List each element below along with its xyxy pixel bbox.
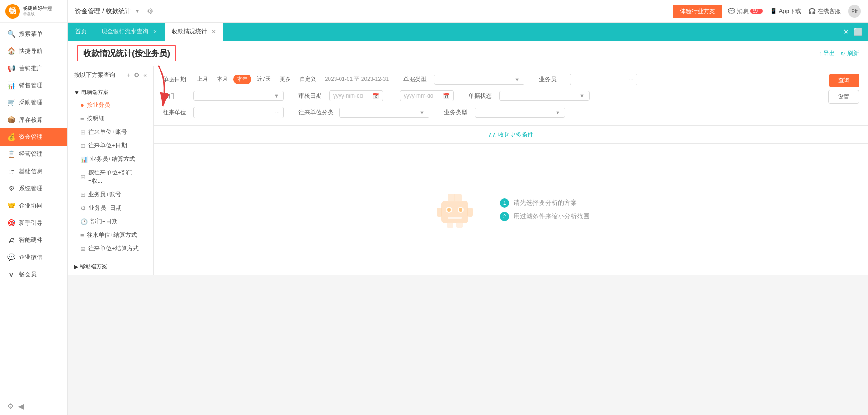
trial-btn[interactable]: 体验行业方案 (673, 5, 722, 18)
query-btn[interactable]: 查询 (829, 74, 859, 87)
main-area: 资金管理 / 收款统计 ▼ ⚙ 体验行业方案 💬 消息 99+ 📱 App下载 … (68, 0, 868, 415)
online-service-btn[interactable]: 🎧 在线客服 (808, 7, 841, 15)
collapse-bar[interactable]: ∧∧ 收起更多条件 (154, 126, 868, 144)
partner-category-select[interactable]: ▼ (339, 108, 429, 118)
sidebar-item-search[interactable]: 🔍 搜索菜单 (0, 25, 67, 42)
sidebar-item-hardware[interactable]: 🖨 智能硬件 (0, 231, 67, 249)
refresh-btn[interactable]: ↻ 刷新 (840, 49, 859, 57)
empty-steps: 1 请先选择要分析的方案 2 用过滤条件来缩小分析范围 (500, 198, 590, 221)
marketing-icon: 📢 (7, 64, 15, 72)
scheme-by-detail[interactable]: ≡ 按明细 (68, 112, 153, 125)
tab-bank-close[interactable]: ✕ (153, 28, 157, 35)
salesman-date-icon: ⚙ (80, 205, 86, 212)
group-arrow-icon: ▼ (74, 90, 80, 96)
refresh-icon: ↻ (840, 50, 845, 57)
app-download-btn[interactable]: 📱 App下载 (770, 7, 801, 15)
shortcut-custom[interactable]: 自定义 (296, 75, 320, 84)
sidebar-item-basic[interactable]: 🗂 基础信息 (0, 163, 67, 180)
salesman-select[interactable]: ··· (570, 74, 637, 85)
sidebar-item-member[interactable]: V 畅会员 (0, 266, 67, 283)
add-scheme-icon[interactable]: + (127, 71, 130, 79)
top-bar: 资金管理 / 收款统计 ▼ ⚙ 体验行业方案 💬 消息 99+ 📱 App下载 … (68, 0, 868, 23)
partner-select[interactable]: ··· (193, 107, 284, 118)
sidebar-item-quicknav[interactable]: 🏠 快捷导航 (0, 42, 67, 60)
salesman-icon: ● (80, 102, 84, 108)
scheme-salesman-account[interactable]: ⊞ 业务员+账号 (68, 188, 153, 201)
mobile-group-title[interactable]: ▶ 移动端方案 (68, 261, 153, 272)
tab-collection-close[interactable]: ✕ (212, 28, 216, 35)
left-panel-title: 按以下方案查询 (74, 71, 115, 79)
svg-point-6 (459, 208, 462, 212)
sidebar-item-system[interactable]: ⚙ 系统管理 (0, 180, 67, 197)
system-icon: ⚙ (7, 184, 15, 193)
biz-type-label: 业务类型 (444, 108, 469, 117)
enterprise-icon: 🤝 (7, 202, 15, 210)
date-label: 单据日期 (163, 75, 188, 84)
export-btn[interactable]: ↑ 导出 (819, 49, 835, 57)
voucher-status-select[interactable]: ▼ (499, 91, 590, 101)
shortcut-this-month[interactable]: 本月 (213, 75, 231, 84)
date-shortcut-group: 上月 本月 本年 近7天 更多 自定义 (193, 75, 320, 84)
review-date-label: 审核日期 (298, 92, 324, 100)
settings-icon[interactable]: ⚙ (144, 5, 156, 18)
dept-label: 部门 (163, 92, 188, 100)
sidebar-item-wechat[interactable]: 💬 企业微信 (0, 249, 67, 266)
biz-type-select[interactable]: ▼ (475, 108, 565, 118)
tab-home[interactable]: 首页 (68, 23, 94, 41)
scheme-unit-settlement2[interactable]: ⊞ 往来单位+结算方式 (68, 242, 153, 255)
voucher-type-select[interactable]: ▼ (434, 75, 524, 85)
filter-row-1: 单据日期 上月 本月 本年 近7天 更多 自定义 (163, 74, 859, 118)
scheme-dept-date[interactable]: 🕐 部门+日期 (68, 215, 153, 228)
message-icon: 💬 (728, 8, 735, 14)
salesman-settle-icon: 📊 (80, 156, 88, 163)
date-divider: — (389, 93, 394, 99)
partner-category-arrow-icon: ▼ (420, 110, 425, 115)
scheme-unit-dept-collection[interactable]: ⊞ 按往来单位+部门+收... (68, 166, 153, 188)
collapse-sidebar-icon[interactable]: ◀‍ (18, 402, 24, 410)
shortcut-7days[interactable]: 近7天 (253, 75, 274, 84)
detail-icon: ≡ (80, 115, 84, 122)
sidebar-item-sales[interactable]: 📊 销售管理 (0, 77, 67, 94)
gear-scheme-icon[interactable]: ⚙ (134, 71, 140, 79)
scheme-salesman-settlement[interactable]: 📊 业务员+结算方式 (68, 152, 153, 166)
date-filter-row: 单据日期 上月 本月 本年 近7天 更多 自定义 (163, 74, 821, 85)
scheme-salesman-date[interactable]: ⚙ 业务员+日期 (68, 201, 153, 215)
shortcut-last-month[interactable]: 上月 (193, 75, 212, 84)
sidebar-item-operation[interactable]: 📋 经营管理 (0, 146, 67, 163)
inventory-icon: 📦 (7, 116, 15, 124)
tab-collection[interactable]: 收款情况统计 ✕ (165, 23, 223, 41)
scheme-unit-account[interactable]: ⊞ 往来单位+账号 (68, 125, 153, 139)
dept-select[interactable]: ▼ (193, 91, 284, 101)
sidebar-item-enterprise[interactable]: 🤝 企业协同 (0, 197, 67, 214)
collapse-btn[interactable]: ∧∧ 收起更多条件 (488, 131, 533, 139)
calendar-end-icon: 📅 (443, 93, 450, 99)
partner-dots-icon: ··· (275, 109, 280, 116)
message-btn[interactable]: 💬 消息 99+ (728, 7, 763, 15)
sidebar-item-inventory[interactable]: 📦 库存核算 (0, 111, 67, 128)
window-maximize-icon[interactable]: ⬜ (854, 28, 863, 36)
sidebar-item-purchase[interactable]: 🛒 采购管理 (0, 94, 67, 111)
voucher-type-label: 单据类型 (403, 75, 429, 84)
sidebar-item-guide[interactable]: 🎯 新手引导 (0, 214, 67, 231)
sidebar-item-marketing[interactable]: 📢 营销推广 (0, 60, 67, 77)
sidebar-item-finance[interactable]: 💰 资金管理 (0, 128, 67, 146)
scheme-by-salesman[interactable]: ● 按业务员 (68, 98, 153, 112)
biz-type-arrow-icon: ▼ (555, 110, 560, 115)
collapse-panel-icon[interactable]: « (143, 71, 147, 79)
shortcut-more[interactable]: 更多 (276, 75, 294, 84)
sidebar: 畅 畅捷通好生意 标准版 🔍 搜索菜单 🏠 快捷导航 📢 营销推广 📊 (0, 0, 68, 415)
desktop-group-title[interactable]: ▼ 电脑端方案 (68, 87, 153, 98)
review-date-start[interactable]: yyyy-mm-dd 📅 (329, 90, 383, 101)
settings-bottom-icon[interactable]: ⚙ (7, 402, 14, 410)
dept-filter-row: 部门 ▼ 审核日期 yyyy-mm-dd 📅 (163, 90, 821, 101)
review-date-end[interactable]: yyyy-mm-dd 📅 (400, 90, 454, 101)
right-area: 单据日期 上月 本月 本年 近7天 更多 自定义 (154, 66, 868, 275)
user-avatar[interactable]: Rit (848, 5, 861, 18)
shortcut-this-year[interactable]: 本年 (233, 75, 251, 84)
date-range-text: 2023-01-01 至 2023-12-31 (325, 75, 389, 83)
window-close-icon[interactable]: ✕ (843, 28, 849, 36)
scheme-unit-settlement1[interactable]: ≡ 往来单位+结算方式 (68, 228, 153, 242)
tab-bank[interactable]: 现金银行流水查询 ✕ (94, 23, 165, 41)
scheme-unit-date[interactable]: ⊞ 往来单位+日期 (68, 139, 153, 152)
settings-filter-btn[interactable]: 设置 (828, 90, 859, 104)
